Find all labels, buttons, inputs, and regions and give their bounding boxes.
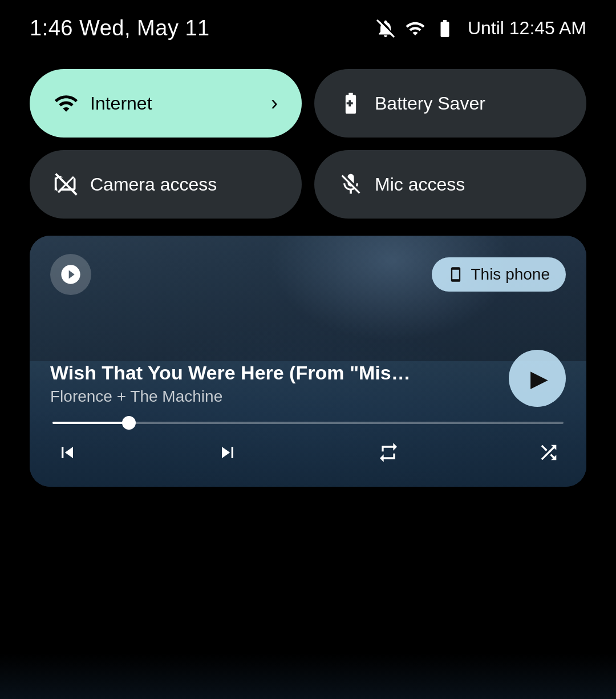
- status-icons: Until 12:45 AM: [375, 18, 586, 39]
- track-title: Wish That You Were Here (From "Miss Pe..…: [50, 362, 415, 384]
- repeat-button[interactable]: [371, 435, 406, 470]
- play-circle-icon: [59, 263, 82, 286]
- play-icon: ▶: [530, 365, 548, 391]
- internet-tile[interactable]: Internet ›: [30, 69, 302, 138]
- media-content: This phone Wish That You Were Here (From…: [30, 236, 586, 487]
- tile-row-2: Camera access Mic access: [30, 150, 586, 219]
- mic-off-icon: [338, 172, 363, 197]
- battery-until-text: Until 12:45 AM: [468, 18, 586, 39]
- repeat-icon: [377, 441, 400, 464]
- internet-arrow: ›: [271, 91, 278, 115]
- date: Wed, May 11: [79, 16, 210, 40]
- skip-forward-icon: [216, 441, 239, 464]
- progress-bar-container[interactable]: [50, 422, 566, 424]
- skip-back-icon: [56, 441, 79, 464]
- phone-icon: [448, 266, 464, 282]
- wifi-status-icon: [405, 18, 425, 39]
- mic-access-label: Mic access: [375, 174, 465, 195]
- page-reflection: [0, 653, 616, 699]
- skip-forward-button[interactable]: [210, 435, 245, 470]
- media-player: This phone Wish That You Were Here (From…: [30, 236, 586, 487]
- this-phone-badge[interactable]: This phone: [432, 257, 566, 292]
- battery-status-icon: [435, 18, 455, 39]
- camera-access-label: Camera access: [90, 174, 217, 195]
- camera-off-icon: [54, 172, 79, 197]
- quick-tiles: Internet › Battery Saver Camera access M…: [0, 52, 616, 219]
- progress-fill: [52, 422, 129, 424]
- status-bar: 1:46 Wed, May 11 Until 12:45 AM: [0, 0, 616, 52]
- progress-thumb: [122, 416, 136, 430]
- time-date: 1:46 Wed, May 11: [30, 16, 210, 41]
- camera-access-tile[interactable]: Camera access: [30, 150, 302, 219]
- media-app-icon: [50, 254, 91, 295]
- internet-label: Internet: [90, 93, 152, 114]
- shuffle-icon: [537, 441, 560, 464]
- this-phone-label: This phone: [471, 265, 550, 284]
- battery-plus-icon: [338, 91, 363, 116]
- track-artist: Florence + The Machine: [50, 387, 566, 406]
- wifi-icon: [54, 91, 79, 116]
- time: 1:46: [30, 16, 73, 40]
- battery-saver-label: Battery Saver: [375, 93, 485, 114]
- skip-back-button[interactable]: [50, 435, 84, 470]
- play-button[interactable]: ▶: [509, 350, 566, 407]
- progress-track[interactable]: [52, 422, 564, 424]
- tile-row-1: Internet › Battery Saver: [30, 69, 586, 138]
- shuffle-button[interactable]: [532, 435, 566, 470]
- mic-access-tile[interactable]: Mic access: [314, 150, 586, 219]
- media-info: Wish That You Were Here (From "Miss Pe..…: [50, 362, 566, 411]
- media-controls: [50, 435, 566, 470]
- media-top-row: This phone: [50, 254, 566, 295]
- battery-saver-tile[interactable]: Battery Saver: [314, 69, 586, 138]
- media-progress: [50, 422, 566, 470]
- mute-icon: [375, 18, 396, 39]
